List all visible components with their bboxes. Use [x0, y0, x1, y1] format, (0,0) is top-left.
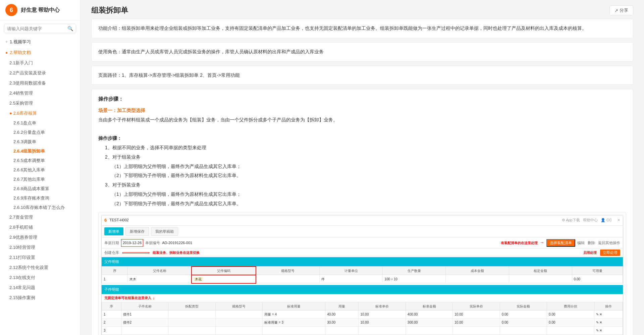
sidebar-item-2-12[interactable]: 2.12系统个性化设置	[0, 263, 80, 273]
sidebar-item-2-6-9[interactable]: 2.6.9库存账本查询	[0, 193, 80, 203]
sidebar-item-2-6-10[interactable]: 2.6.10库存账本错了怎么办	[0, 203, 80, 212]
upper-col-spec: 规格型号	[256, 267, 320, 275]
upper-section-label: 父件明细	[104, 259, 119, 265]
sidebar-item-2-3[interactable]: 2.3使用前数据准备	[0, 78, 80, 88]
upper-col-approved: 核定金额	[509, 267, 572, 275]
step3-1: （1）上部明细为父件明细，最终作为原材料生成其它出库单；	[98, 190, 626, 199]
lower-col-seq: 序	[102, 302, 121, 311]
close-icon: ✕	[617, 217, 620, 223]
sidebar-item-2-15[interactable]: 2.15操作案例	[0, 293, 80, 303]
anno1-label: 有装配清单的在这里处理	[501, 240, 538, 246]
lr2-seq: 2	[102, 319, 121, 327]
share-icon: ↗	[614, 8, 618, 13]
step3-2: （2）下部明细为子件明细，最终作为产成品生成其它入库单。	[98, 200, 626, 208]
date-value: 2019-12-26	[121, 239, 143, 247]
upper-col-avail: 可用量	[572, 267, 623, 275]
sidebar-item-2-6-4[interactable]: 2.6.4组装拆卸单	[0, 147, 80, 156]
lr2-ap: 10.00	[453, 319, 500, 327]
sidebar-item-2-6-6[interactable]: 2.6.6其他入库单	[0, 165, 80, 175]
sidebar-item-2-10[interactable]: 2.10经营管理	[0, 242, 80, 253]
date-label: 单据日期	[104, 240, 119, 246]
lr1-cs: 0.00	[547, 311, 594, 319]
screenshot-logo: 6	[104, 217, 107, 224]
sidebar-item-2-11[interactable]: 2.11打印设置	[0, 253, 80, 263]
lower-col-std-price: 标准单价	[359, 302, 406, 311]
lr2-sp: 10.00	[359, 319, 406, 327]
upper-row1-cost	[446, 275, 509, 283]
page-title: 组装拆卸单	[91, 5, 128, 15]
upper-col-qty: 生产数量	[383, 267, 446, 275]
sidebar-item-2-6-2[interactable]: 2.6.2分量盘点单	[0, 128, 80, 137]
lr1-spec	[215, 311, 262, 319]
upper-row1-seq: 1	[102, 275, 128, 283]
screenshot-anno4-row: 无固定清单可在组装在这里录入 ↓	[102, 294, 623, 302]
screenshot-lower-header: 子件明细	[102, 285, 623, 294]
sidebar-item-2-6-label: 2.6库存核算	[13, 111, 37, 116]
sidebar-item-video[interactable]: + 1.视频学习	[0, 37, 80, 47]
main-header: 组装拆卸单 ↗ 分享	[80, 0, 644, 19]
circle-icon-2-6: ●	[9, 111, 13, 116]
screenshot-tab-new: 新增单	[104, 227, 123, 236]
lr2-q: 30.00	[325, 319, 359, 327]
scene1-title: 场景一：加工类型选择	[98, 107, 626, 115]
screenshot-tab-save: 新增保存	[125, 227, 149, 236]
upper-row1-approved	[509, 275, 572, 283]
lr1-op: ✎ ✕	[594, 311, 623, 319]
lr1-q: 40.00	[325, 311, 359, 319]
sidebar-header: 6 好生意 帮助中心	[0, 0, 80, 20]
search-icon[interactable]: 🔍	[67, 26, 73, 31]
screenshot-container: 6 TEST-H002 ⚙ App下载 帮助中心 👤 CC ✕ 新增单 新增保存…	[98, 212, 626, 335]
upper-col-name: 父件名称	[128, 267, 192, 275]
sidebar-item-2-7[interactable]: 2.7资金管理	[0, 212, 80, 222]
lower-section-label: 子件明细	[104, 286, 119, 293]
screenshot-type-row: 创建仓库 组装业务、拆卸业务在这里切换 启用处理 立即处理	[102, 248, 623, 257]
sidebar-item-docs[interactable]: ● 2.帮助文档	[0, 47, 80, 58]
sidebar-item-video-label: 1.视频学习	[10, 39, 31, 45]
lr1-seq: 1	[102, 311, 121, 319]
enable-btn[interactable]: 立即处理	[600, 249, 620, 256]
screenshot: 6 TEST-H002 ⚙ App下载 帮助中心 👤 CC ✕ 新增单 新增保存…	[101, 215, 623, 335]
sidebar-item-2-6-5[interactable]: 2.6.5成本调整单	[0, 156, 80, 165]
sidebar-item-2-6-8[interactable]: 2.6.8商品成本重算	[0, 184, 80, 193]
screenshot-upper-header: 父件明细	[102, 257, 623, 266]
lr2-aa: 0.00	[500, 319, 547, 327]
doc-label: 单据编号	[145, 240, 160, 246]
sidebar-item-2-5[interactable]: 2.5采购管理	[0, 98, 80, 108]
step1: 1、根据不同的业务，选择不同单据的类型来处理	[98, 144, 626, 152]
sidebar-item-2-4[interactable]: 2.4销售管理	[0, 88, 80, 98]
sidebar-item-2-1[interactable]: 2.1新手入门	[0, 58, 80, 68]
ops-card: 操作步骤： 场景一：加工类型选择 当由多个子件材料组装成一个成品的业务为【组装】…	[91, 89, 633, 335]
lr1-n: 摆件1	[121, 311, 168, 319]
sidebar-item-2-2[interactable]: 2.2产品安装及登录	[0, 68, 80, 78]
search-input[interactable]	[7, 26, 67, 31]
sidebar-item-2-6-7[interactable]: 2.6.7其他出库单	[0, 175, 80, 184]
logo-icon: 6	[5, 4, 17, 16]
upper-col-unit: 计量单位	[320, 267, 383, 275]
screenshot-tabs: 新增单 新增保存 我的草稿箱	[102, 226, 623, 238]
lower-col-qty: 用量	[325, 302, 359, 311]
lr1-sq: 用量 = 4	[263, 311, 325, 319]
sidebar-item-2-6[interactable]: ● 2.6库存核算	[0, 108, 80, 118]
sidebar-item-2-9[interactable]: 2.9优惠券管理	[0, 232, 80, 242]
main-panel: 组装拆卸单 ↗ 分享 功能介绍：组装拆卸单用来处理企业组装或拆卸等加工业务，支持…	[80, 0, 644, 335]
arrow-down-icon: ↓	[153, 295, 155, 301]
lower-col-cost-share: 费用分担	[547, 302, 594, 311]
screenshot-titlebar: 6 TEST-H002 ⚙ App下载 帮助中心 👤 CC ✕	[102, 215, 623, 226]
select-bom-btn[interactable]: 选择装配清单	[546, 239, 575, 247]
sidebar-item-2-6-1[interactable]: 2.6.1盘点单	[0, 118, 80, 128]
anno3-label: 启用处理	[583, 250, 597, 256]
upper-row1-name: 木木	[128, 275, 192, 283]
sidebar-item-2-13[interactable]: 2.13在线支付	[0, 273, 80, 283]
search-box[interactable]: 🔍	[4, 24, 76, 33]
screenshot-tab-draft: 我的草稿箱	[151, 227, 178, 236]
sidebar-item-2-6-3[interactable]: 2.6.3调拨单	[0, 137, 80, 147]
screenshot-icons: ⚙ App下载 帮助中心 👤 CC	[562, 217, 612, 223]
lower-col-name: 子件名称	[121, 302, 168, 311]
path-text: 页面路径：1、库存核算->库存管理->组装拆卸单 2、首页->常用功能	[98, 71, 626, 79]
lower-col-std-qty: 标准用量	[263, 302, 325, 311]
lr1-sa: 400.00	[406, 311, 452, 319]
path-card: 页面路径：1、库存核算->库存管理->组装拆卸单 2、首页->常用功能	[91, 66, 633, 85]
share-button[interactable]: ↗ 分享	[609, 5, 633, 15]
sidebar-item-2-14[interactable]: 2.14常见问题	[0, 283, 80, 293]
sidebar-item-2-8[interactable]: 2.8手机旺铺	[0, 222, 80, 232]
